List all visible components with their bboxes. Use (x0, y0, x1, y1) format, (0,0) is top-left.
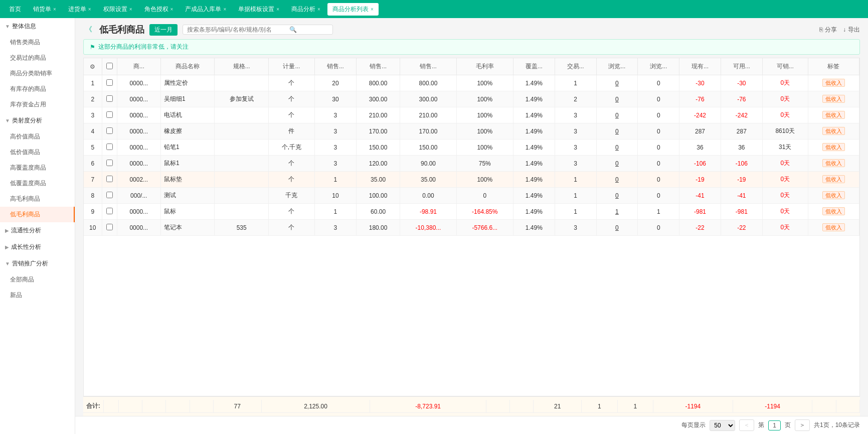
sidebar-item-traded-products[interactable]: 交易过的商品 (0, 50, 75, 66)
row-checkbox[interactable] (102, 172, 117, 188)
sidebar-item-low-margin[interactable]: 低毛利商品 (0, 207, 75, 222)
row-select-checkbox[interactable] (106, 143, 113, 150)
sidebar-group-overall[interactable]: ▼ 整体信息 (0, 18, 75, 35)
row-select-checkbox[interactable] (106, 79, 113, 86)
sidebar-item-new-products[interactable]: 新品 (0, 287, 75, 303)
row-select-checkbox[interactable] (106, 208, 113, 214)
sidebar-item-stock-capital[interactable]: 库存资金占用 (0, 97, 75, 112)
row-trade: 3 (555, 123, 596, 139)
row-no: 6 (84, 156, 102, 172)
sidebar-group-growth[interactable]: ▶ 成长性分析 (0, 239, 75, 255)
row-unit: 个 (268, 204, 314, 220)
nav-roles[interactable]: 角色授权 × (139, 3, 179, 16)
row-view1[interactable]: 1 (596, 204, 638, 220)
nav-product-entry[interactable]: 产成品入库单 × (180, 3, 231, 16)
sidebar-item-all-products[interactable]: 全部商品 (0, 272, 75, 287)
row-no: 9 (84, 204, 102, 220)
row-tag: 低收入 (808, 123, 859, 139)
row-view1[interactable]: 0 (596, 156, 638, 172)
sidebar-item-low-value[interactable]: 低价值商品 (0, 144, 75, 160)
row-view1[interactable]: 0 (596, 123, 638, 139)
settings-header[interactable]: ⚙ (84, 58, 102, 75)
sidebar-item-category-rate[interactable]: 商品分类助销率 (0, 66, 75, 81)
close-icon[interactable]: × (88, 7, 91, 12)
row-select-checkbox[interactable] (106, 127, 113, 134)
row-checkbox[interactable] (102, 123, 117, 139)
nav-product-analysis[interactable]: 商品分析 × (286, 3, 325, 16)
sidebar-item-low-coverage[interactable]: 低覆盖度商品 (0, 176, 75, 191)
nav-template-settings[interactable]: 单据模板设置 × (233, 3, 284, 16)
row-stock: -30 (679, 75, 721, 91)
filter-recent-month-button[interactable]: 近一月 (149, 24, 178, 36)
row-view1[interactable]: 0 (596, 188, 638, 204)
row-checkbox[interactable] (102, 204, 117, 220)
next-page-button[interactable]: ＞ (795, 419, 810, 431)
row-margin: 1.49% (513, 156, 555, 172)
search-input[interactable] (187, 26, 287, 33)
prev-page-button[interactable]: ＜ (739, 419, 754, 431)
sidebar-item-high-coverage[interactable]: 高覆盖度商品 (0, 160, 75, 176)
col-qty: 销售... (315, 58, 357, 75)
row-checkbox[interactable] (102, 91, 117, 107)
row-checkbox[interactable] (102, 156, 117, 172)
row-tag: 低收入 (808, 139, 859, 156)
row-view1[interactable]: 0 (596, 107, 638, 123)
col-gross-rate: 毛利率 (456, 58, 513, 75)
nav-home[interactable]: 首页 (4, 3, 26, 16)
row-gross-rate: -5766.6... (456, 220, 513, 236)
notice-bar: ⚑ 这部分商品的利润非常低，请关注 (83, 39, 860, 55)
nav-product-analysis-list[interactable]: 商品分析列表 × (327, 3, 379, 16)
close-icon[interactable]: × (317, 7, 320, 12)
data-table-container[interactable]: ⚙ 商... 商品名称 规格... 计量... 销售... 销售... 销售..… (83, 58, 860, 396)
sidebar-group-class-analysis[interactable]: ▼ 类射度分析 (0, 112, 75, 129)
page-size-select[interactable]: 50 100 (710, 420, 735, 431)
row-checkbox[interactable] (102, 139, 117, 156)
row-sale-cost: 210.00 (400, 107, 456, 123)
nav-sales-order[interactable]: 销货单 × (28, 3, 61, 16)
checkbox-header[interactable] (102, 58, 117, 75)
share-button[interactable]: ⎘ 分享 (819, 26, 837, 34)
select-all-checkbox[interactable] (106, 63, 113, 69)
close-icon[interactable]: × (371, 7, 374, 12)
row-select-checkbox[interactable] (106, 224, 113, 230)
row-gross-rate: 100% (456, 123, 513, 139)
sidebar-collapse-button[interactable]: 《 (83, 23, 94, 36)
row-no: 8 (84, 188, 102, 204)
sidebar-item-high-value[interactable]: 高价值商品 (0, 129, 75, 144)
close-icon[interactable]: × (276, 7, 279, 12)
row-checkbox[interactable] (102, 107, 117, 123)
row-select-checkbox[interactable] (106, 192, 113, 198)
row-saleable: 0天 (762, 172, 808, 188)
sidebar-item-sales-products[interactable]: 销售类商品 (0, 35, 75, 50)
row-view1[interactable]: 0 (596, 220, 638, 236)
row-select-checkbox[interactable] (106, 111, 113, 118)
sidebar-group-marketing[interactable]: ▼ 营销推广分析 (0, 255, 75, 272)
close-icon[interactable]: × (170, 7, 173, 12)
row-view1[interactable]: 0 (596, 91, 638, 107)
row-view1[interactable]: 0 (596, 139, 638, 156)
sidebar-item-in-stock[interactable]: 有库存的商品 (0, 81, 75, 97)
nav-permissions[interactable]: 权限设置 × (98, 3, 137, 16)
row-code: 0000... (117, 123, 161, 139)
row-view1[interactable]: 0 (596, 172, 638, 188)
close-icon[interactable]: × (53, 7, 56, 12)
close-icon[interactable]: × (223, 7, 226, 12)
row-name: 鼠标 (161, 204, 215, 220)
row-unit: 个 (268, 220, 314, 236)
export-button[interactable]: ↓ 导出 (843, 26, 860, 34)
row-tag: 低收入 (808, 220, 859, 236)
sidebar-group-circulation[interactable]: ▶ 流通性分析 (0, 222, 75, 239)
nav-purchase-order[interactable]: 进货单 × (63, 3, 96, 16)
row-select-checkbox[interactable] (106, 176, 113, 182)
row-stock: -22 (679, 220, 721, 236)
row-spec (215, 75, 268, 91)
sidebar-item-high-margin[interactable]: 高毛利商品 (0, 191, 75, 207)
close-icon[interactable]: × (129, 7, 132, 12)
row-checkbox[interactable] (102, 75, 117, 91)
row-view1[interactable]: 0 (596, 75, 638, 91)
row-checkbox[interactable] (102, 220, 117, 236)
row-checkbox[interactable] (102, 188, 117, 204)
row-select-checkbox[interactable] (106, 160, 113, 166)
row-select-checkbox[interactable] (106, 95, 113, 102)
search-icon[interactable]: 🔍 (289, 26, 297, 33)
